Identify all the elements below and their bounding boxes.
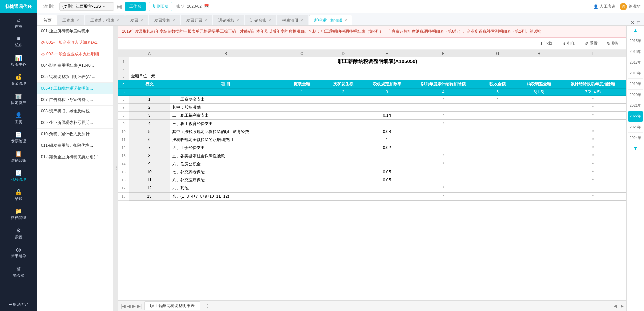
sidebar-item-new-guide[interactable]: ◎新手引导 bbox=[0, 243, 37, 262]
scroll-left-btn[interactable]: ◀ bbox=[614, 304, 617, 308]
tab-close-6[interactable]: ✕ bbox=[236, 18, 239, 23]
row-17-col-3[interactable] bbox=[364, 184, 410, 192]
row-6-col-1[interactable] bbox=[281, 95, 323, 103]
row-12-col-4[interactable] bbox=[410, 144, 477, 152]
row-8-col-6[interactable] bbox=[518, 111, 560, 119]
row-12-col-1[interactable] bbox=[281, 144, 323, 152]
form-item-007[interactable]: 007-广告费和业务宣传费明... bbox=[37, 94, 113, 106]
tab-7[interactable]: 进销台账✕ bbox=[245, 15, 276, 25]
sheet-nav-prev[interactable]: ◀ bbox=[127, 303, 131, 309]
row-10-col-1[interactable] bbox=[281, 128, 323, 136]
calendar-icon2[interactable]: 📅 bbox=[204, 4, 209, 9]
row-6-col-6[interactable] bbox=[518, 95, 560, 103]
row-18-col-7[interactable]: * bbox=[560, 192, 626, 200]
row-7-col-3[interactable] bbox=[364, 103, 410, 111]
row-13-col-3[interactable] bbox=[364, 152, 410, 160]
row-10-col-2[interactable] bbox=[323, 128, 364, 136]
calendar-icon[interactable]: ▦ bbox=[117, 3, 122, 10]
scroll-right-btn[interactable]: ▶ bbox=[621, 304, 624, 308]
row-11-col-2[interactable] bbox=[323, 136, 364, 144]
row-10-col-5[interactable] bbox=[477, 128, 518, 136]
row-15-col-6[interactable] bbox=[518, 168, 560, 176]
tab-2[interactable]: 工资统计报表✕ bbox=[85, 15, 125, 25]
form-item-004[interactable]: 004-期间费用明细表(A1040... bbox=[37, 60, 113, 71]
sidebar-item-tax-mgmt[interactable]: 🧾税务管理 bbox=[0, 166, 37, 185]
row-7-col-6[interactable] bbox=[518, 103, 560, 111]
row-9-col-2[interactable] bbox=[323, 119, 364, 128]
row-6-col-7[interactable]: * bbox=[560, 95, 626, 103]
row-12-col-7[interactable]: * bbox=[560, 144, 626, 152]
row-16-col-2[interactable] bbox=[323, 176, 364, 184]
row-12-col-3[interactable]: 0.02 bbox=[364, 144, 410, 152]
form-item-011[interactable]: 011-研发费用加计扣除优惠... bbox=[37, 140, 113, 151]
year-item-2019年[interactable]: 2019年 bbox=[628, 79, 643, 90]
tab-close-7[interactable]: ✕ bbox=[268, 18, 271, 23]
support-link[interactable]: 👤 人工客询 bbox=[593, 4, 616, 9]
row-15-col-4[interactable] bbox=[410, 168, 477, 176]
year-item-2017年[interactable]: 2017年 bbox=[628, 57, 643, 68]
row-14-col-2[interactable] bbox=[323, 160, 364, 168]
row-10-col-7[interactable]: * bbox=[560, 128, 626, 136]
row-9-col-7[interactable] bbox=[560, 119, 626, 128]
tab-0[interactable]: 首页 bbox=[38, 15, 57, 25]
row-8-col-2[interactable] bbox=[323, 111, 364, 119]
year-item-2018年[interactable]: 2018年 bbox=[628, 68, 643, 79]
user-menu[interactable]: 徐 徐滋华 bbox=[620, 3, 641, 10]
row-13-col-6[interactable] bbox=[518, 152, 560, 160]
row-15-col-2[interactable] bbox=[323, 168, 364, 176]
sidebar-item-capital[interactable]: 💰资金管理 bbox=[0, 70, 37, 90]
row-6-col-3[interactable] bbox=[364, 95, 410, 103]
row-11-col-5[interactable] bbox=[477, 136, 518, 144]
row-14-col-6[interactable] bbox=[518, 160, 560, 168]
row-11-col-7[interactable]: * bbox=[560, 136, 626, 144]
row-17-col-4[interactable]: * bbox=[410, 184, 477, 192]
year-item-2024年[interactable]: 2024年 bbox=[628, 133, 643, 143]
tab-4[interactable]: 发票测算✕ bbox=[149, 15, 180, 25]
row-13-col-5[interactable] bbox=[477, 152, 518, 160]
row-9-col-5[interactable] bbox=[477, 119, 518, 128]
tab-6[interactable]: 进销稽核✕ bbox=[213, 15, 244, 25]
row-14-col-4[interactable]: * bbox=[410, 160, 477, 168]
row-13-col-2[interactable] bbox=[323, 152, 364, 160]
row-16-col-3[interactable]: 0.05 bbox=[364, 176, 410, 184]
row-18-col-5[interactable] bbox=[477, 192, 518, 200]
refresh-button[interactable]: ↻ 刷新 bbox=[604, 40, 622, 47]
tab-close-9[interactable]: ✕ bbox=[344, 18, 347, 23]
row-7-col-4[interactable] bbox=[410, 103, 477, 111]
year-nav-up[interactable]: ▲ bbox=[627, 26, 644, 36]
row-18-col-4[interactable]: * bbox=[410, 192, 477, 200]
year-item-2022年[interactable]: 2022年 bbox=[628, 111, 643, 122]
row-15-col-5[interactable] bbox=[477, 168, 518, 176]
collapse-panel-handle[interactable]: 《 bbox=[113, 26, 118, 311]
row-9-col-3[interactable] bbox=[364, 119, 410, 128]
sidebar-item-purchase-sales[interactable]: 📋进销台账 bbox=[0, 147, 37, 166]
row-18-col-1[interactable] bbox=[281, 192, 323, 200]
row-8-col-3[interactable]: 0.14 bbox=[364, 111, 410, 119]
row-7-col-1[interactable] bbox=[281, 103, 323, 111]
sidebar-item-settings[interactable]: ⚙设置 bbox=[0, 224, 37, 243]
row-15-col-3[interactable]: 0.05 bbox=[364, 168, 410, 176]
row-9-col-1[interactable] bbox=[281, 119, 323, 128]
row-11-col-4[interactable] bbox=[410, 136, 477, 144]
row-9-col-6[interactable] bbox=[518, 119, 560, 128]
company-selector[interactable]: (勿删）江西股宝-LSS ▼ bbox=[59, 2, 114, 11]
row-13-col-1[interactable] bbox=[281, 152, 323, 160]
year-item-2015年[interactable]: 2015年 bbox=[628, 36, 643, 46]
row-14-col-5[interactable] bbox=[477, 160, 518, 168]
row-8-col-1[interactable] bbox=[281, 111, 323, 119]
form-item-003[interactable]: ⊘003-一般企业业成本支出明细... bbox=[37, 48, 113, 60]
tab-close-8[interactable]: ✕ bbox=[300, 18, 303, 23]
table-container[interactable]: ABCDEFGHI1职工薪酬纳税调整明细表(A105050)23金额单位：元4行… bbox=[118, 50, 626, 300]
row-8-col-4[interactable]: * bbox=[410, 111, 477, 119]
row-18-col-3[interactable] bbox=[364, 192, 410, 200]
row-12-col-6[interactable] bbox=[518, 144, 560, 152]
print-button[interactable]: 🖨 打印 bbox=[559, 40, 578, 47]
row-9-col-4[interactable]: * bbox=[410, 119, 477, 128]
row-15-col-7[interactable]: * bbox=[560, 168, 626, 176]
year-item-2020年[interactable]: 2020年 bbox=[628, 90, 643, 100]
sheet-nav-last[interactable]: ▶| bbox=[137, 303, 142, 309]
row-13-col-7[interactable]: * bbox=[560, 152, 626, 160]
row-16-col-7[interactable]: * bbox=[560, 176, 626, 184]
row-17-col-1[interactable] bbox=[281, 184, 323, 192]
row-7-col-7[interactable]: * bbox=[560, 103, 626, 111]
